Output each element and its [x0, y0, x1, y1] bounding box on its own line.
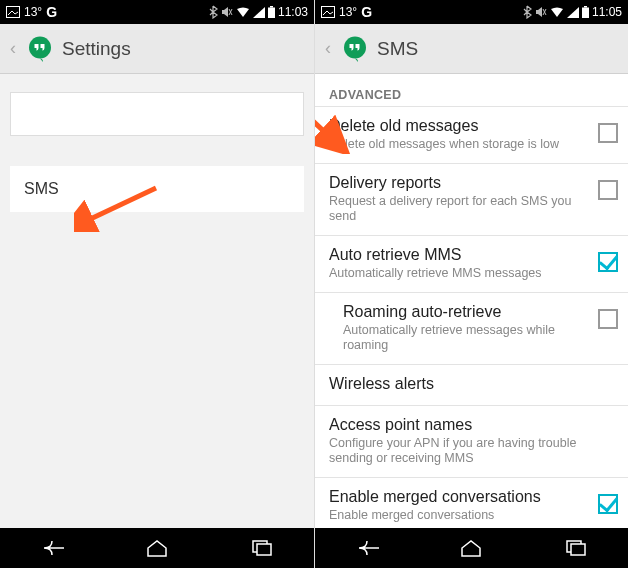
- status-temp: 13°: [24, 5, 42, 19]
- battery-icon: [582, 6, 589, 18]
- wifi-icon: [236, 7, 250, 18]
- google-icon: G: [46, 4, 57, 20]
- svg-point-5: [29, 36, 51, 58]
- home-button[interactable]: [137, 536, 177, 560]
- setting-title: Delete old messages: [329, 117, 592, 135]
- hangouts-icon[interactable]: [26, 35, 54, 63]
- setting-row[interactable]: Enable merged conversationsEnable merged…: [315, 477, 628, 528]
- status-bar: 13° G 11:05: [315, 0, 628, 24]
- checkbox[interactable]: [598, 180, 618, 200]
- google-icon: G: [361, 4, 372, 20]
- svg-rect-13: [584, 6, 587, 8]
- content-area: ADVANCED Delete old messagesDelete old m…: [315, 74, 628, 528]
- status-temp: 13°: [339, 5, 357, 19]
- setting-row[interactable]: Roaming auto-retrieveAutomatically retri…: [315, 292, 628, 364]
- checkbox[interactable]: [598, 309, 618, 329]
- page-title: SMS: [377, 38, 418, 60]
- setting-subtitle: Enable merged conversations: [329, 508, 592, 524]
- gallery-icon: [321, 6, 335, 18]
- setting-title: Delivery reports: [329, 174, 592, 192]
- checkbox[interactable]: [598, 252, 618, 272]
- setting-title: Auto retrieve MMS: [329, 246, 592, 264]
- setting-row[interactable]: Delete old messagesDelete old messages w…: [315, 106, 628, 163]
- setting-subtitle: Automatically retrieve MMS messages: [329, 266, 592, 282]
- recent-button[interactable]: [556, 536, 596, 560]
- hangouts-icon[interactable]: [341, 35, 369, 63]
- setting-subtitle: Delete old messages when storage is low: [329, 137, 592, 153]
- sms-menu-item[interactable]: SMS: [10, 166, 304, 212]
- nav-bar: [0, 528, 314, 568]
- bluetooth-icon: [209, 5, 218, 19]
- recent-button[interactable]: [242, 536, 282, 560]
- section-label: ADVANCED: [315, 74, 628, 106]
- svg-rect-8: [257, 544, 271, 555]
- mute-icon: [535, 6, 547, 18]
- right-screen: 13° G 11:05 ‹ SMS ADVANCED Delete old me…: [314, 0, 628, 568]
- checkbox[interactable]: [598, 494, 618, 514]
- svg-rect-4: [270, 6, 273, 8]
- menu-item-label: SMS: [24, 180, 59, 197]
- app-header: ‹ Settings: [0, 24, 314, 74]
- back-button[interactable]: [32, 536, 72, 560]
- setting-row[interactable]: Wireless alerts: [315, 364, 628, 405]
- page-title: Settings: [62, 38, 131, 60]
- setting-title: Enable merged conversations: [329, 488, 592, 506]
- setting-subtitle: Request a delivery report for each SMS y…: [329, 194, 592, 225]
- mute-icon: [221, 6, 233, 18]
- content-area: SMS: [0, 74, 314, 528]
- signal-icon: [253, 7, 265, 18]
- gallery-icon: [6, 6, 20, 18]
- status-time: 11:03: [278, 5, 308, 19]
- battery-icon: [268, 6, 275, 18]
- setting-title: Roaming auto-retrieve: [343, 303, 592, 321]
- svg-point-14: [344, 36, 366, 58]
- status-bar: 13° G 11:03: [0, 0, 314, 24]
- home-button[interactable]: [451, 536, 491, 560]
- svg-rect-17: [571, 544, 585, 555]
- left-screen: 13° G 11:03 ‹ Settings SMS: [0, 0, 314, 568]
- blank-card[interactable]: [10, 92, 304, 136]
- svg-rect-3: [268, 8, 275, 19]
- nav-bar: [315, 528, 628, 568]
- setting-row[interactable]: Delivery reportsRequest a delivery repor…: [315, 163, 628, 235]
- app-header: ‹ SMS: [315, 24, 628, 74]
- setting-title: Access point names: [329, 416, 618, 434]
- setting-subtitle: Configure your APN if you are having tro…: [329, 436, 618, 467]
- setting-title: Wireless alerts: [329, 375, 618, 393]
- back-button[interactable]: [347, 536, 387, 560]
- back-icon[interactable]: ‹: [323, 38, 333, 59]
- signal-icon: [567, 7, 579, 18]
- setting-row[interactable]: Access point namesConfigure your APN if …: [315, 405, 628, 477]
- svg-rect-12: [582, 8, 589, 19]
- status-time: 11:05: [592, 5, 622, 19]
- bluetooth-icon: [523, 5, 532, 19]
- wifi-icon: [550, 7, 564, 18]
- setting-subtitle: Automatically retrieve messages while ro…: [343, 323, 592, 354]
- back-icon[interactable]: ‹: [8, 38, 18, 59]
- checkbox[interactable]: [598, 123, 618, 143]
- setting-row[interactable]: Auto retrieve MMSAutomatically retrieve …: [315, 235, 628, 292]
